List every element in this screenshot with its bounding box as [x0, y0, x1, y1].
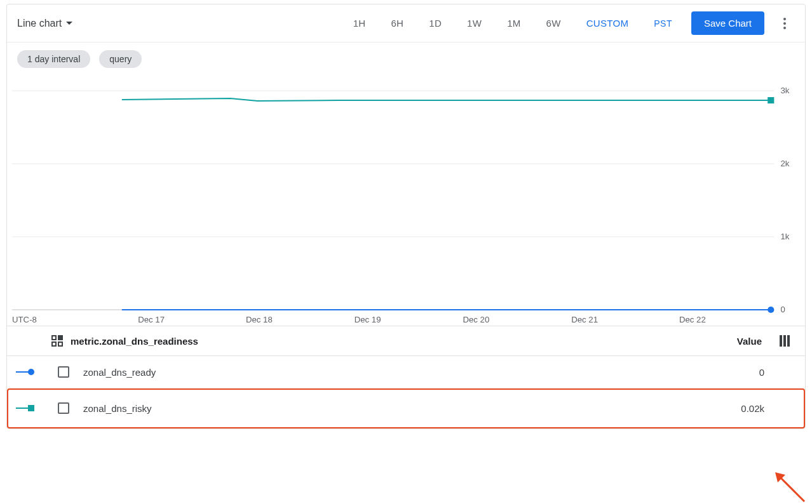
svg-text:2k: 2k [781, 159, 790, 168]
save-chart-button[interactable]: Save Chart [691, 11, 764, 35]
columns-icon[interactable] [780, 335, 790, 347]
series-glyph-teal [16, 408, 34, 409]
chart-area[interactable]: 3k 2k 1k 0 UTC-8 Dec 17 Dec 18 Dec 19 De… [12, 78, 800, 326]
series-zonal-dns-ready [122, 307, 775, 313]
period-1w[interactable]: 1W [467, 18, 482, 29]
period-1m[interactable]: 1M [507, 18, 520, 29]
timezone-selector[interactable]: PST [654, 18, 672, 29]
svg-text:Dec 22: Dec 22 [679, 315, 706, 324]
period-1d[interactable]: 1D [429, 18, 442, 29]
interval-pill[interactable]: 1 day interval [17, 50, 90, 68]
svg-text:3k: 3k [781, 86, 790, 95]
svg-text:1k: 1k [781, 232, 790, 241]
legend-header: metric.zonal_dns_readiness Value [7, 326, 805, 356]
chart-toolbar: Line chart 1H 6H 1D 1W 1M 6W CUSTOM PST … [7, 4, 805, 43]
chart-type-label: Line chart [17, 18, 62, 29]
x-axis: UTC-8 Dec 17 Dec 18 Dec 19 Dec 20 Dec 21… [12, 315, 706, 324]
legend-row-zonal-dns-ready[interactable]: zonal_dns_ready 0 [7, 356, 805, 388]
legend-row-zonal-dns-risky[interactable]: zonal_dns_risky 0.02k [7, 388, 805, 428]
value-column-header[interactable]: Value [737, 336, 762, 347]
period-custom[interactable]: CUSTOM [586, 18, 629, 29]
svg-text:Dec 18: Dec 18 [246, 315, 273, 324]
line-chart-svg: 3k 2k 1k 0 UTC-8 Dec 17 Dec 18 Dec 19 De… [12, 78, 800, 326]
svg-text:Dec 21: Dec 21 [571, 315, 598, 324]
metric-group-label: metric.zonal_dns_readiness [71, 336, 198, 347]
svg-rect-16 [768, 97, 774, 103]
period-6h[interactable]: 6H [391, 18, 403, 29]
series-glyph-blue [16, 371, 34, 373]
svg-text:0: 0 [781, 305, 785, 314]
time-range-tabs: 1H 6H 1D 1W 1M 6W CUSTOM [353, 18, 629, 29]
series-name-risky: zonal_dns_risky [83, 403, 152, 414]
period-6w[interactable]: 6W [546, 18, 561, 29]
series-zonal-dns-risky [122, 97, 775, 103]
filter-pill-row: 1 day interval query [7, 43, 805, 68]
series-name-ready: zonal_dns_ready [83, 367, 156, 378]
series-checkbox-ready[interactable] [58, 366, 69, 378]
query-pill[interactable]: query [99, 50, 142, 68]
series-value-risky: 0.02k [741, 403, 790, 414]
svg-text:Dec 20: Dec 20 [463, 315, 489, 324]
svg-text:Dec 19: Dec 19 [355, 315, 381, 324]
chart-card: Line chart 1H 6H 1D 1W 1M 6W CUSTOM PST … [6, 4, 806, 429]
group-by-icon[interactable] [51, 335, 63, 347]
series-value-ready: 0 [759, 367, 790, 378]
chart-type-selector[interactable]: Line chart [17, 18, 73, 29]
svg-point-15 [768, 307, 774, 313]
y-axis: 3k 2k 1k 0 [12, 86, 790, 314]
caret-down-icon [65, 21, 73, 26]
series-checkbox-risky[interactable] [58, 402, 69, 414]
period-1h[interactable]: 1H [353, 18, 366, 29]
more-options-button[interactable] [777, 18, 792, 29]
svg-text:UTC-8: UTC-8 [12, 315, 37, 324]
svg-text:Dec 17: Dec 17 [138, 315, 165, 324]
